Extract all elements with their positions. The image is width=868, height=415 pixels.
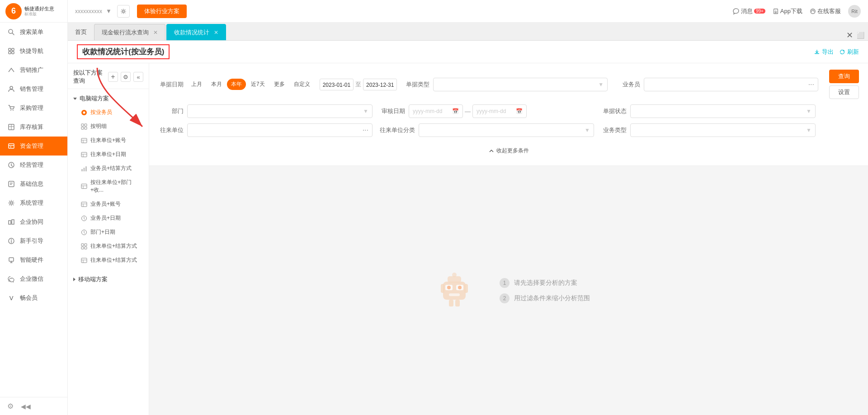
topbar-settings-btn[interactable] (117, 5, 130, 18)
basic-icon (7, 180, 15, 188)
user-avatar[interactable]: Rit (848, 5, 861, 18)
collapse-more-btn[interactable]: 收起更多条件 (488, 147, 529, 155)
tip-text-1: 请先选择要分析的方案 (514, 279, 577, 287)
sidebar-item-sales[interactable]: 销售管理 (0, 80, 67, 99)
scheme-settings-btn[interactable]: ⚙ (121, 72, 131, 82)
refresh-btn[interactable]: 刷新 (839, 48, 859, 56)
review-date-sep: — (465, 108, 471, 115)
svg-point-26 (123, 10, 124, 12)
service-btn[interactable]: 在线客服 (810, 7, 841, 15)
scheme-salesman-settlement[interactable]: 业务员+结算方式 (68, 161, 149, 175)
svg-rect-62 (443, 282, 466, 300)
scheme-salesman-date[interactable]: 业务员+日期 (68, 211, 149, 225)
scheme-by-salesman[interactable]: 按业务员 (68, 105, 149, 119)
tip-text-2: 用过滤条件来缩小分析范围 (514, 294, 590, 302)
scheme-unit-settlement2[interactable]: 往来单位+结算方式 (68, 253, 149, 267)
sidebar-item-hardware[interactable]: 智能硬件 (0, 250, 67, 269)
scheme-salesman-account[interactable]: 业务员+账号 (68, 197, 149, 211)
breadcrumb-dropdown-icon[interactable]: ▼ (106, 8, 112, 14)
close-window-btn[interactable]: ✕ (846, 30, 853, 40)
desktop-section-label: 电脑端方案 (80, 94, 109, 103)
form-row-2: 部门 ▼ 审核日期 yyyy-mm-dd 📅 (158, 104, 859, 118)
finance-icon (7, 142, 15, 150)
export-btn[interactable]: 导出 (814, 48, 834, 56)
maximize-btn[interactable]: ⬜ (857, 32, 864, 39)
settings-bottom-icon[interactable]: ⚙ (7, 402, 14, 410)
tab-close-2[interactable]: ✕ (214, 29, 218, 36)
partner-select[interactable]: ··· (187, 123, 373, 137)
scheme-unit-dept-collect[interactable]: 按往来单位+部门+收... (68, 175, 149, 197)
partner-category-select[interactable]: ▼ (419, 123, 594, 137)
scheme-dept-date[interactable]: 部门+日期 (68, 225, 149, 239)
sidebar-item-basic[interactable]: 基础信息 (0, 174, 67, 193)
tab-home[interactable]: 首页 (68, 24, 94, 40)
review-date-from-input[interactable]: yyyy-mm-dd 📅 (409, 104, 463, 118)
svg-rect-72 (448, 276, 461, 283)
sidebar-label: 经营管理 (20, 161, 43, 169)
sidebar-item-member[interactable]: V 畅会员 (0, 288, 67, 307)
scheme-unit-account[interactable]: 往来单位+账号 (68, 133, 149, 147)
bill-type-select[interactable]: ▼ (433, 78, 608, 91)
sidebar-item-inventory[interactable]: 库存核算 (0, 118, 67, 137)
sidebar-item-marketing[interactable]: 营销推广 (0, 61, 67, 80)
left-panel-title: 按以下方案查询 (73, 69, 108, 85)
scheme-active-icon (80, 109, 88, 116)
sidebar-item-finance[interactable]: 资金管理 (0, 137, 67, 156)
scheme-unit-date[interactable]: 往来单位+日期 (68, 147, 149, 161)
partner-more-btn[interactable]: ··· (363, 126, 368, 134)
sidebar-item-system[interactable]: 系统管理 (0, 193, 67, 212)
scheme-by-detail[interactable]: 按明细 (68, 119, 149, 133)
hardware-icon (7, 256, 15, 264)
sidebar-item-search-menu[interactable]: 搜索菜单 (0, 23, 67, 42)
svg-rect-69 (464, 284, 468, 293)
review-date-to-input[interactable]: yyyy-mm-dd 📅 (472, 104, 527, 118)
date-tab-this-year[interactable]: 本年 (227, 79, 246, 90)
query-btn[interactable]: 查询 (829, 70, 859, 83)
trial-btn[interactable]: 体验行业方案 (137, 5, 187, 18)
desktop-section-header[interactable]: 电脑端方案 (68, 92, 149, 105)
date-tab-custom[interactable]: 自定义 (290, 79, 314, 90)
add-scheme-btn[interactable]: + (108, 72, 118, 82)
page-title: 收款情况统计(按业务员) (77, 44, 170, 59)
logo-area: 6 畅捷通好生意 标准版 (0, 0, 67, 23)
salesman-select[interactable]: ··· (644, 78, 818, 91)
collapse-sidebar-icon[interactable]: ◀◀ (21, 403, 31, 410)
date-tab-7days[interactable]: 近7天 (247, 79, 269, 90)
topbar: xxxxxxxxxx ▼ 体验行业方案 消息 99+ App下载 在线客服 (68, 0, 868, 23)
bill-status-select[interactable]: ▼ (630, 104, 816, 118)
tab-cash-bank[interactable]: 现金银行流水查询 ✕ (94, 24, 165, 40)
tab-receivable-stats[interactable]: 收款情况统计 ✕ (166, 24, 226, 40)
partner-category-field: 往来单位分类 ▼ (380, 123, 594, 137)
sidebar-label: 库存核算 (20, 123, 43, 131)
sidebar-item-quick-nav[interactable]: 快捷导航 (0, 42, 67, 61)
scheme-icon (80, 165, 88, 172)
date-tab-last-month[interactable]: 上月 (187, 79, 206, 90)
message-btn[interactable]: 消息 99+ (732, 7, 765, 15)
salesman-more-btn[interactable]: ··· (808, 80, 814, 89)
sidebar-item-wechat[interactable]: 企业微信 (0, 269, 67, 288)
calendar-icon-2: 📅 (516, 108, 523, 114)
bill-status-arrow: ▼ (806, 108, 811, 114)
dept-select[interactable]: ▼ (187, 104, 373, 118)
app-download-btn[interactable]: App下载 (773, 7, 802, 15)
sidebar-label: 搜索菜单 (20, 28, 43, 36)
date-label: 单据日期 (158, 80, 184, 89)
svg-point-6 (10, 86, 13, 89)
business-type-select[interactable]: ▼ (630, 123, 816, 137)
sidebar-item-business[interactable]: 经营管理 (0, 156, 67, 174)
mobile-section-header[interactable]: 移动端方案 (68, 273, 149, 286)
left-panel-actions: + ⚙ « (108, 72, 143, 82)
sidebar-label: 采购管理 (20, 104, 43, 112)
collapse-panel-btn[interactable]: « (133, 72, 143, 82)
date-tab-more[interactable]: 更多 (270, 79, 289, 90)
svg-point-33 (83, 111, 85, 113)
date-tab-this-month[interactable]: 本月 (207, 79, 226, 90)
svg-rect-38 (81, 138, 87, 143)
scheme-unit-settlement1[interactable]: 往来单位+结算方式 (68, 239, 149, 253)
sidebar-item-enterprise[interactable]: 企业协同 (0, 212, 67, 231)
sidebar-item-purchase[interactable]: 采购管理 (0, 99, 67, 118)
settings-btn[interactable]: 设置 (829, 85, 859, 99)
tabs-right-controls: ✕ ⬜ (846, 30, 868, 40)
tab-close-1[interactable]: ✕ (153, 29, 158, 36)
sidebar-item-guide[interactable]: 新手引导 (0, 231, 67, 250)
